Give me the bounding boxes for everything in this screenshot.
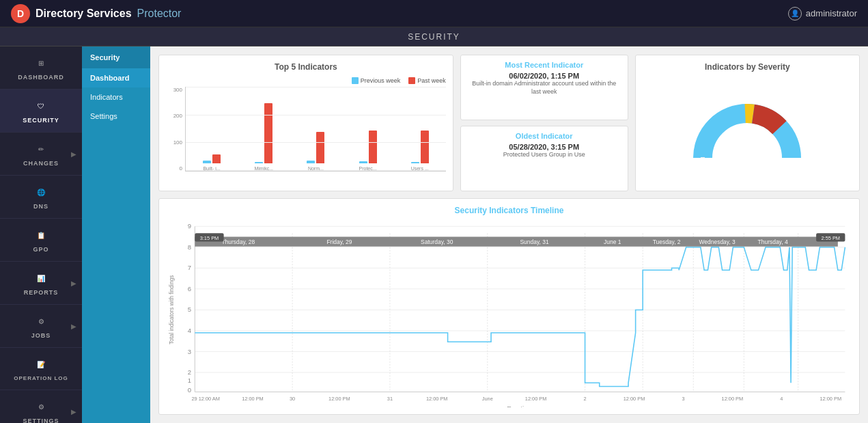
sidebar-label-jobs: JOBS: [31, 332, 51, 339]
svg-text:12:00 PM: 12:00 PM: [722, 396, 744, 402]
sub-sidebar-item-settings[interactable]: Settings: [82, 107, 150, 126]
changes-icon: ✏: [33, 141, 49, 157]
bar-group: Protec...: [344, 131, 391, 171]
sidebar-item-operation-log[interactable]: 📝 OPERATION LOG: [0, 348, 82, 390]
oplog-icon: 📝: [33, 356, 49, 372]
top5-indicators-widget: Top 5 Indicators Previous week Past week…: [158, 55, 453, 191]
svg-text:9: 9: [188, 223, 191, 230]
most-recent-desc: Built-in domain Administrator account us…: [469, 80, 619, 96]
bar-previous: [203, 161, 211, 163]
bar-group: Mimikc...: [240, 103, 287, 171]
reports-icon: 📊: [33, 270, 49, 286]
svg-text:June: June: [482, 396, 493, 402]
sidebar-item-dns[interactable]: 🌐 DNS: [0, 176, 82, 219]
jobs-arrow: ▶: [71, 323, 76, 330]
sub-sidebar-item-dashboard[interactable]: Dashboard: [82, 68, 150, 87]
bar-pair: [255, 103, 272, 163]
legend-blue-dot: [352, 77, 359, 84]
timeline-title: Security Indicators Timeline: [166, 206, 852, 215]
section-title: SECURITY: [408, 32, 460, 42]
sub-sidebar-header: Security: [82, 46, 150, 68]
sidebar-label-settings: SETTINGS: [23, 418, 59, 423]
bar-label: Protec...: [359, 166, 377, 171]
bar-current: [316, 132, 324, 163]
svg-text:June 1: June 1: [604, 238, 621, 245]
logo-icon: D: [11, 4, 30, 23]
widgets-row: Top 5 Indicators Previous week Past week…: [158, 55, 860, 191]
svg-text:12:00 PM: 12:00 PM: [525, 396, 547, 402]
svg-rect-28: [195, 236, 838, 246]
sidebar-label-gpo: GPO: [33, 246, 48, 253]
svg-text:3: 3: [188, 349, 191, 355]
legend-past-label: Past week: [417, 77, 446, 84]
sidebar-label-dns: DNS: [33, 203, 48, 210]
bar-group: Built- i...: [188, 154, 235, 171]
sidebar-item-gpo[interactable]: 📋 GPO: [0, 219, 82, 262]
sidebar-label-security: SECURITY: [23, 117, 59, 124]
svg-text:Wednesday, 3: Wednesday, 3: [699, 238, 736, 245]
timeline-widget: Security Indicators Timeline 9 8 7: [158, 198, 860, 415]
bar-label: Mimikc...: [254, 166, 273, 171]
oldest-title: Oldest Indicator: [469, 132, 619, 140]
svg-text:12:00 PM: 12:00 PM: [426, 396, 448, 402]
bar-pair: [359, 131, 377, 163]
sidebar-item-changes[interactable]: ✏ CHANGES ▶: [0, 133, 82, 176]
sidebar-item-dashboard[interactable]: ⊞ DASHBOARD: [0, 46, 82, 90]
y-axis: 300 200 100 0: [166, 87, 185, 172]
svg-text:29 12:00 AM: 29 12:00 AM: [191, 396, 219, 402]
sub-sidebar-item-indicators[interactable]: Indicators: [82, 87, 150, 107]
dns-icon: 🌐: [33, 184, 49, 200]
sidebar: ⊞ DASHBOARD 🛡 SECURITY ✏ CHANGES ▶ 🌐 DNS…: [0, 46, 82, 423]
most-recent-widget: Most Recent Indicator 06/02/2020, 1:15 P…: [460, 55, 628, 120]
most-recent-title: Most Recent Indicator: [469, 61, 619, 69]
severity-title: Indicators by Severity: [705, 62, 790, 72]
svg-text:3:15 PM: 3:15 PM: [200, 235, 219, 241]
top-bar: D Directory Services Protector 👤 adminis…: [0, 0, 868, 27]
bar-chart: 300 200 100 0 Built- i...Mimikc..: [166, 87, 446, 184]
sidebar-label-changes: CHANGES: [23, 160, 59, 167]
svg-text:Thursday, 4: Thursday, 4: [758, 238, 788, 245]
bar-previous: [411, 162, 419, 163]
sidebar-label-oplog: OPERATION LOG: [14, 375, 68, 381]
donut-chart: [692, 96, 802, 165]
user-label: administrator: [806, 8, 857, 18]
svg-text:6: 6: [188, 286, 191, 292]
bar-pair: [411, 131, 429, 163]
legend-past: Past week: [408, 77, 446, 84]
svg-text:31: 31: [387, 396, 393, 402]
section-header: SECURITY: [0, 27, 868, 46]
settings-arrow: ▶: [71, 408, 76, 415]
bar-previous: [255, 162, 263, 163]
legend-previous-label: Previous week: [361, 77, 401, 84]
svg-text:Tuesday, 2: Tuesday, 2: [653, 238, 681, 245]
sidebar-item-jobs[interactable]: ⚙ JOBS ▶: [0, 305, 82, 348]
sidebar-item-reports[interactable]: 📊 REPORTS ▶: [0, 262, 82, 305]
sidebar-item-settings[interactable]: ⚙ SETTINGS ▶: [0, 390, 82, 423]
svg-text:Friday, 29: Friday, 29: [326, 238, 352, 245]
gpo-icon: 📋: [33, 227, 49, 243]
y-label-100: 100: [173, 139, 182, 146]
bar-previous: [307, 161, 315, 163]
app-logo: D Directory Services Protector: [11, 4, 181, 23]
logo-sub-text: Protector: [137, 8, 182, 20]
svg-text:Total indicators with findings: Total indicators with findings: [167, 275, 174, 344]
most-recent-date: 06/02/2020, 1:15 PM: [469, 72, 619, 80]
svg-text:8: 8: [188, 244, 191, 251]
bars-container: Built- i...Mimikc...Norm...Protec...User…: [185, 87, 446, 172]
user-menu[interactable]: 👤 administrator: [788, 7, 857, 21]
chart-legend: Previous week Past week: [166, 77, 446, 84]
svg-text:12:00 PM: 12:00 PM: [328, 396, 350, 402]
reports-arrow: ▶: [71, 279, 76, 287]
svg-text:2: 2: [188, 369, 191, 376]
svg-text:5: 5: [188, 307, 191, 314]
y-label-300: 300: [173, 87, 182, 93]
sidebar-item-security[interactable]: 🛡 SECURITY: [0, 90, 82, 133]
legend-red-dot: [408, 77, 415, 84]
bar-group: Norm...: [292, 132, 339, 171]
y-label-0: 0: [180, 165, 182, 172]
svg-text:Saturday, 30: Saturday, 30: [421, 238, 453, 245]
settings-icon: ⚙: [33, 398, 49, 415]
timeline-area: 9 8 7 6 5 4 3 2 1 0: [166, 219, 852, 407]
svg-text:12:00 PM: 12:00 PM: [242, 396, 264, 402]
bar-previous: [359, 161, 367, 163]
